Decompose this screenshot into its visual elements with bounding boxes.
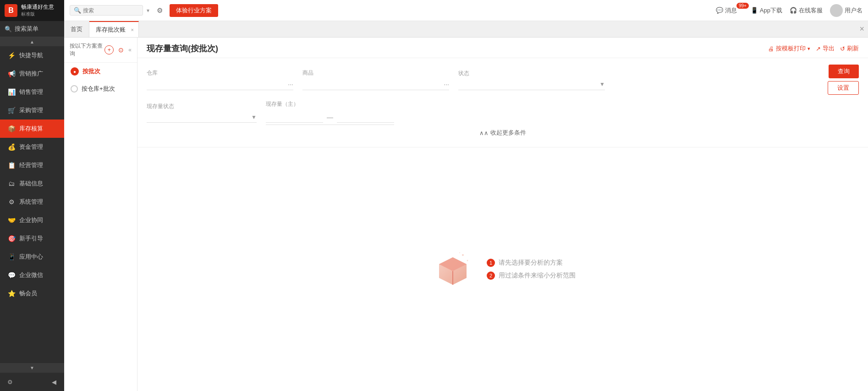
app-logo: B bbox=[5, 4, 17, 17]
sidebar-nav: ⚡ 快捷导航 📢 营销推广 📊 销售管理 🛒 采购管理 📦 库存核算 💰 资金管… bbox=[0, 46, 64, 363]
sidebar-scroll-up[interactable]: ▲ bbox=[0, 37, 64, 46]
topbar-chevron-icon[interactable]: ▾ bbox=[147, 7, 149, 14]
experience-button[interactable]: 体验行业方案 bbox=[170, 4, 218, 17]
tip-text-1: 请先选择要分析的方案 bbox=[499, 259, 563, 267]
refresh-button[interactable]: ↺ 刷新 bbox=[840, 44, 859, 53]
sidebar-search-label: 搜索菜单 bbox=[15, 25, 38, 33]
sidebar-footer: ⚙ ◀ bbox=[0, 372, 64, 391]
tab-home[interactable]: 首页 bbox=[64, 21, 89, 37]
scheme-inactive-icon bbox=[71, 85, 78, 92]
collapse-conditions-button[interactable]: ∧∧ 收起更多条件 bbox=[147, 125, 859, 141]
tab-close-icon[interactable]: × bbox=[130, 26, 135, 33]
warehouse-dots-icon[interactable]: ··· bbox=[288, 81, 293, 88]
page-header: 现存量查询(按批次) 🖨 按模板打印 ▾ ↗ 导出 ↺ 刷新 bbox=[137, 38, 868, 58]
sidebar-item-apps[interactable]: 📱 应用中心 bbox=[0, 248, 64, 266]
warehouse-filter: 仓库 ··· bbox=[147, 69, 293, 90]
sidebar-header: B 畅康通好生意 标准版 bbox=[0, 0, 64, 21]
phone-icon: 📱 bbox=[751, 7, 758, 14]
product-filter: 商品 ··· bbox=[302, 69, 449, 90]
sidebar-item-basic[interactable]: 🗂 基础信息 bbox=[0, 174, 64, 193]
app-download-button[interactable]: 📱 App下载 bbox=[751, 6, 782, 15]
sidebar-item-marketing[interactable]: 📢 营销推广 bbox=[0, 65, 64, 83]
query-button[interactable]: 查询 bbox=[829, 65, 859, 78]
scheme-item-by-batch[interactable]: ● 按批次 bbox=[64, 63, 137, 80]
messages-label: 消息 bbox=[725, 6, 737, 15]
topbar-search-icon: 🔍 bbox=[74, 7, 81, 14]
apps-icon: 📱 bbox=[7, 253, 16, 261]
print-button[interactable]: 🖨 按模板打印 ▾ bbox=[768, 44, 810, 53]
search-icon: 🔍 bbox=[5, 26, 12, 33]
search-input[interactable] bbox=[83, 7, 129, 14]
export-button[interactable]: ↗ 导出 bbox=[816, 44, 835, 53]
sidebar-item-label: 资金管理 bbox=[19, 143, 43, 151]
sidebar-item-sales[interactable]: 📊 销售管理 bbox=[0, 83, 64, 101]
sidebar-item-quick-nav[interactable]: ⚡ 快捷导航 bbox=[0, 46, 64, 65]
inventory-qty-label: 现存量（主） bbox=[266, 100, 394, 108]
footer-settings-icon[interactable]: ⚙ bbox=[5, 376, 16, 387]
svg-point-3 bbox=[462, 254, 464, 256]
purchase-icon: 🛒 bbox=[7, 106, 16, 114]
inventory-icon: 📦 bbox=[7, 125, 16, 133]
sidebar-item-finance[interactable]: 💰 资金管理 bbox=[0, 138, 64, 156]
sidebar-item-inventory[interactable]: 📦 库存核算 bbox=[0, 119, 64, 138]
status-input-wrap[interactable]: ▼ bbox=[458, 79, 605, 90]
scheme-item-by-warehouse-batch[interactable]: 按仓库+批次 bbox=[64, 80, 137, 98]
sidebar-item-enterprise[interactable]: 🤝 企业协同 bbox=[0, 211, 64, 229]
online-service-button[interactable]: 🎧 在线客服 bbox=[790, 6, 823, 15]
add-scheme-button[interactable]: + bbox=[104, 45, 114, 54]
basic-icon: 🗂 bbox=[7, 179, 16, 188]
topbar-search-box[interactable]: 🔍 bbox=[70, 5, 143, 16]
sidebar-item-wechat[interactable]: 💬 企业微信 bbox=[0, 266, 64, 284]
scheme-settings-icon[interactable]: ⊙ bbox=[116, 45, 126, 54]
message-icon: 💬 bbox=[716, 7, 723, 14]
sidebar-item-label: 营销推广 bbox=[19, 70, 43, 78]
warehouse-input-wrap[interactable]: ··· bbox=[147, 79, 293, 90]
wechat-icon: 💬 bbox=[7, 271, 16, 279]
user-avatar[interactable]: 用户名 bbox=[830, 4, 863, 17]
enterprise-icon: 🤝 bbox=[7, 216, 16, 224]
inventory-status-select-wrap[interactable]: ▼ bbox=[147, 112, 257, 123]
headset-icon: 🎧 bbox=[790, 7, 797, 14]
refresh-icon: ↺ bbox=[840, 45, 845, 52]
warehouse-input[interactable] bbox=[147, 81, 288, 88]
footer-collapse-icon[interactable]: ◀ bbox=[49, 376, 60, 387]
status-input[interactable] bbox=[458, 81, 599, 88]
sidebar-item-operations[interactable]: 📋 经营管理 bbox=[0, 156, 64, 174]
filter-row-1: 仓库 ··· 商品 ··· bbox=[147, 65, 859, 95]
tab-inventory-batch[interactable]: 库存批次账 × bbox=[89, 21, 139, 37]
topbar: 🔍 ▾ ⚙ 体验行业方案 💬 消息 99+ 📱 App下载 🎧 在线客服 用户名 bbox=[64, 0, 868, 21]
sidebar-item-newbie[interactable]: 🎯 新手引导 bbox=[0, 229, 64, 248]
product-input[interactable] bbox=[302, 81, 444, 88]
sales-icon: 📊 bbox=[7, 88, 16, 96]
messages-button[interactable]: 💬 消息 99+ bbox=[716, 6, 743, 15]
status-arrow-icon[interactable]: ▼ bbox=[599, 81, 605, 87]
product-dots-icon[interactable]: ··· bbox=[444, 81, 449, 88]
sidebar-scroll-down[interactable]: ▼ bbox=[0, 363, 64, 372]
collapse-panel-icon[interactable]: « bbox=[128, 47, 132, 53]
tab-inventory-batch-label: 库存批次账 bbox=[96, 26, 126, 34]
sidebar-item-system[interactable]: ⚙ 系统管理 bbox=[0, 193, 64, 211]
inventory-qty-min-input[interactable] bbox=[266, 112, 323, 123]
svg-point-5 bbox=[459, 252, 460, 253]
finance-icon: 💰 bbox=[7, 143, 16, 151]
inventory-status-arrow-icon[interactable]: ▼ bbox=[251, 114, 257, 120]
close-all-tabs-icon[interactable]: × bbox=[859, 24, 864, 34]
inventory-qty-max-input[interactable] bbox=[337, 112, 394, 123]
collapse-conditions-label: 收起更多条件 bbox=[490, 129, 526, 137]
operations-icon: 📋 bbox=[7, 161, 16, 169]
sidebar-item-purchase[interactable]: 🛒 采购管理 bbox=[0, 101, 64, 119]
sidebar-item-label: 系统管理 bbox=[19, 198, 43, 206]
topbar-gear-icon[interactable]: ⚙ bbox=[153, 4, 166, 17]
inventory-qty-dash: — bbox=[327, 114, 333, 121]
product-input-wrap[interactable]: ··· bbox=[302, 79, 449, 90]
app-download-label: App下载 bbox=[760, 6, 782, 15]
left-panel-header: 按以下方案查询 + ⊙ « bbox=[64, 38, 137, 63]
inventory-qty-range-wrap: — bbox=[266, 110, 394, 125]
marketing-icon: 📢 bbox=[7, 70, 16, 78]
tabbar: 首页 库存批次账 × × bbox=[64, 21, 868, 38]
sidebar-search[interactable]: 🔍 搜索菜单 bbox=[0, 21, 64, 37]
filter-area: 仓库 ··· 商品 ··· bbox=[137, 58, 868, 147]
set-button[interactable]: 设置 bbox=[828, 81, 859, 95]
sidebar-item-member[interactable]: ⭐ 畅会员 bbox=[0, 284, 64, 303]
chevron-up-icon: ∧∧ bbox=[479, 130, 489, 136]
